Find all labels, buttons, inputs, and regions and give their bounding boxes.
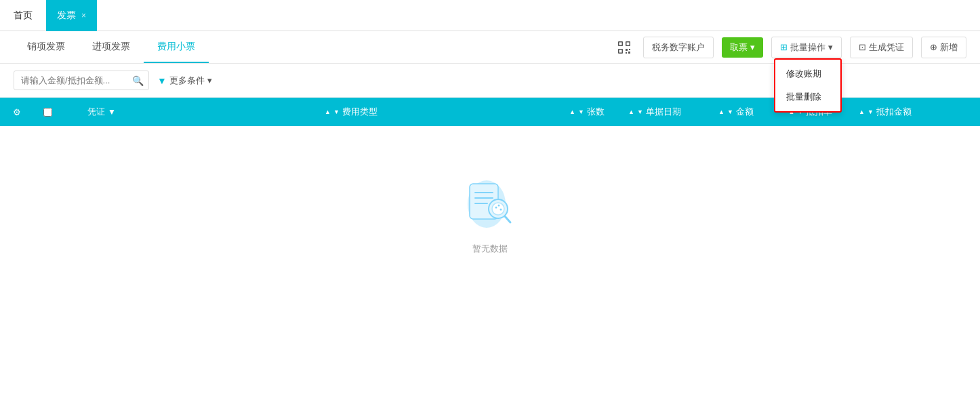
more-conditions-chevron-icon: ▾ — [207, 75, 212, 85]
header-date: ▲ ▼ 单据日期 — [614, 98, 695, 126]
svg-rect-7 — [619, 42, 622, 45]
svg-rect-8 — [627, 42, 630, 45]
search-icon[interactable]: 🔍 — [132, 75, 144, 86]
header-expense-type: ▲ ▼ 费用类型 — [142, 98, 560, 126]
filter-icon: ▼ — [157, 75, 167, 86]
voucher-filter-icon[interactable]: ▼ — [108, 107, 116, 117]
main-content: 暂无数据 — [0, 126, 980, 396]
header-deduct-amount: ▲ ▼ 抵扣金额 — [844, 98, 926, 126]
gen-voucher-label: 生成凭证 — [869, 41, 904, 54]
batch-op-chevron-icon: ▾ — [828, 42, 833, 52]
invoice-tab-label: 发票 — [57, 9, 76, 22]
svg-line-17 — [505, 216, 510, 222]
sales-invoice-tab[interactable]: 销项发票 — [14, 31, 79, 63]
amount-sort-up-icon: ▲ — [718, 108, 724, 115]
sort-down-icon: ▼ — [333, 108, 340, 115]
invoice-tab[interactable]: 发票 × — [46, 0, 97, 31]
search-wrap: 🔍 — [14, 71, 149, 90]
svg-rect-5 — [626, 52, 627, 54]
expense-receipt-tab[interactable]: 费用小票 — [144, 31, 209, 63]
take-ticket-label: 取票 — [730, 41, 748, 54]
modify-period-item[interactable]: 修改账期 — [775, 62, 840, 85]
batch-op-dropdown: ⊞ 批量操作 ▾ 修改账期 批量删除 — [771, 37, 842, 58]
search-input[interactable] — [14, 71, 149, 90]
home-tab[interactable]: 首页 — [0, 9, 46, 22]
sort-up-icon: ▲ — [325, 108, 331, 115]
header-checkbox[interactable] — [34, 98, 61, 126]
close-tab-icon[interactable]: × — [81, 11, 86, 20]
take-ticket-dropdown: 取票 ▾ — [722, 37, 763, 58]
batch-op-button[interactable]: ⊞ 批量操作 ▾ — [771, 37, 842, 58]
gen-voucher-button[interactable]: ⊡ 生成凭证 — [850, 37, 913, 58]
deduct-amount-sort-up-icon: ▲ — [859, 108, 865, 115]
purchase-invoice-tab[interactable]: 进项发票 — [79, 31, 144, 63]
svg-rect-4 — [629, 49, 630, 50]
add-label: 新增 — [940, 41, 958, 54]
add-icon: ⊕ — [930, 42, 937, 52]
svg-rect-3 — [626, 49, 628, 51]
more-conditions-button[interactable]: ▼ 更多条件 ▾ — [157, 75, 212, 87]
header-count: ▲ ▼ 张数 — [560, 98, 614, 126]
batch-op-menu: 修改账期 批量删除 — [774, 58, 842, 113]
batch-op-label: 批量操作 — [790, 41, 825, 54]
take-ticket-chevron-icon: ▾ — [750, 42, 755, 52]
sub-nav: 销项发票 进项发票 费用小票 税务数字账户 取票 ▾ — [0, 31, 980, 64]
svg-point-16 — [492, 203, 504, 215]
empty-illustration — [456, 167, 524, 235]
svg-point-19 — [498, 205, 500, 207]
header-gear[interactable]: ⚙ — [0, 98, 34, 126]
empty-state: 暂无数据 — [0, 126, 980, 282]
amount-sort-down-icon: ▼ — [727, 108, 733, 115]
take-ticket-button[interactable]: 取票 ▾ — [722, 37, 763, 58]
batch-delete-item[interactable]: 批量删除 — [775, 85, 840, 108]
svg-rect-9 — [619, 50, 622, 52]
count-sort-up-icon: ▲ — [569, 108, 575, 115]
batch-icon: ⊞ — [780, 42, 788, 52]
header-voucher: 凭证 ▼ — [61, 98, 142, 126]
header-amount: ▲ ▼ 金额 — [695, 98, 777, 126]
header-extra — [926, 98, 980, 126]
tax-account-button[interactable]: 税务数字账户 — [643, 37, 714, 58]
more-conditions-label: 更多条件 — [169, 75, 205, 87]
svg-point-18 — [495, 207, 497, 209]
sub-nav-right: 税务数字账户 取票 ▾ ⊞ 批量操作 ▾ 修改账期 批量删除 ⊡ 生成凭证 ⊕ — [613, 37, 966, 58]
empty-text: 暂无数据 — [472, 243, 508, 255]
svg-point-20 — [500, 209, 502, 211]
add-button[interactable]: ⊕ 新增 — [921, 37, 966, 58]
select-all-checkbox[interactable] — [43, 108, 52, 117]
sub-nav-left: 销项发票 进项发票 费用小票 — [14, 31, 209, 63]
top-nav: 首页 发票 × — [0, 0, 980, 31]
count-sort-down-icon: ▼ — [578, 108, 584, 115]
deduct-amount-sort-down-icon: ▼ — [867, 108, 874, 115]
qr-icon[interactable] — [613, 37, 635, 58]
gen-voucher-icon: ⊡ — [859, 42, 866, 52]
svg-rect-6 — [628, 52, 630, 54]
date-sort-down-icon: ▼ — [637, 108, 643, 115]
date-sort-up-icon: ▲ — [628, 108, 634, 115]
